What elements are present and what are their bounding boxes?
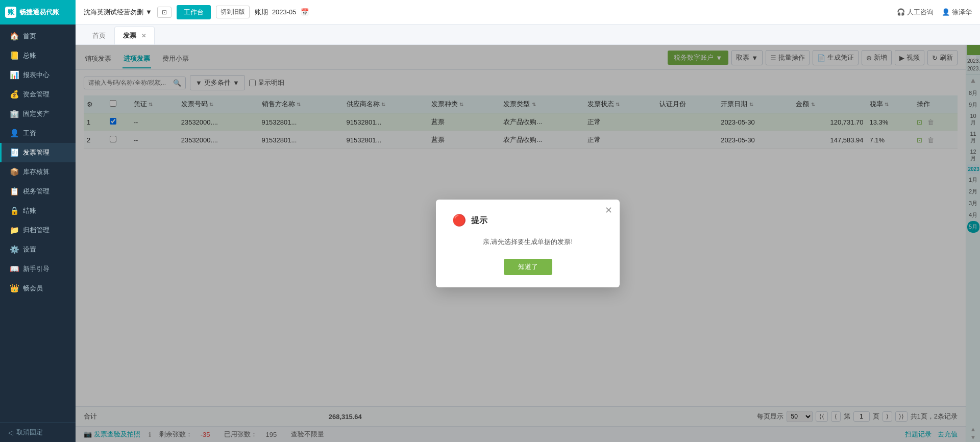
support-label: 人工咨询 — [907, 8, 934, 17]
invoice-icon: 🧾 — [10, 148, 19, 157]
period-value: 2023-05 — [272, 8, 297, 16]
topbar: 沈海英测试经营勿删 ▼ ⊡ 工作台 切到旧版 账期 2023-05 📅 🎧 人工… — [76, 0, 980, 24]
sidebar-item-label: 税务管理 — [23, 187, 50, 196]
ledger-icon: 📒 — [10, 51, 19, 60]
calendar-icon: 📅 — [301, 8, 309, 16]
workspace-btn[interactable]: 工作台 — [177, 5, 211, 19]
sidebar-item-inventory[interactable]: 📦 库存核算 — [0, 162, 76, 182]
tab-invoice[interactable]: 发票 ✕ — [114, 27, 155, 44]
sidebar-item-label: 资金管理 — [23, 90, 50, 99]
sidebar-item-invoice[interactable]: 🧾 发票管理 — [0, 143, 76, 162]
dialog-header: 🔴 提示 — [452, 214, 603, 227]
sidebar-item-label: 首页 — [23, 32, 36, 41]
dialog-ok-btn[interactable]: 知道了 — [504, 259, 552, 275]
sidebar-item-reports[interactable]: 📊 报表中心 — [0, 65, 76, 85]
tab-home-label: 首页 — [92, 32, 106, 39]
content-area: 销项发票 进项发票 费用小票 税务数字账户 ▼ 取票 ▼ — [76, 45, 980, 442]
reports-icon: 📊 — [10, 70, 19, 80]
sidebar-item-label: 畅会员 — [23, 284, 43, 293]
company-name: 沈海英测试经营勿删 — [84, 8, 143, 17]
sidebar-item-label: 设置 — [23, 245, 36, 254]
sidebar-item-label: 固定资产 — [23, 109, 50, 118]
member-icon: 👑 — [10, 284, 19, 293]
archive-icon: 📁 — [10, 226, 19, 235]
tabbar: 首页 发票 ✕ — [76, 24, 980, 45]
tax-icon: 📋 — [10, 187, 19, 196]
sidebar-item-label: 报表中心 — [23, 70, 50, 80]
app-logo: 账 畅捷通易代账 — [0, 0, 76, 24]
support-btn[interactable]: 🎧 人工咨询 — [897, 8, 934, 17]
cancel-fixed-btn[interactable]: ◁ 取消固定 — [0, 422, 76, 442]
sidebar-item-label: 归档管理 — [23, 226, 50, 235]
funds-icon: 💰 — [10, 90, 19, 99]
topbar-right: 🎧 人工咨询 👤 徐泽华 — [897, 8, 972, 17]
user-avatar-icon: 👤 — [942, 8, 950, 16]
settings-icon: ⚙️ — [10, 245, 19, 254]
period-label: 账期 — [255, 8, 268, 17]
dialog: ✕ 🔴 提示 亲,请先选择要生成单据的发票! 知道了 — [436, 200, 620, 287]
sidebar-nav: 🏠 首页 📒 总账 📊 报表中心 💰 资金管理 🏢 固定资产 👤 工资 🧾 发票… — [0, 24, 76, 422]
dialog-title: 提示 — [471, 215, 487, 226]
sidebar-item-member[interactable]: 👑 畅会员 — [0, 279, 76, 298]
sidebar-item-label: 总账 — [23, 51, 36, 60]
tab-home[interactable]: 首页 — [84, 27, 114, 44]
sidebar-item-closing[interactable]: 🔒 结账 — [0, 201, 76, 220]
dialog-body: 亲,请先选择要生成单据的发票! — [452, 237, 603, 247]
closing-icon: 🔒 — [10, 206, 19, 215]
logo-text: 畅捷通易代账 — [19, 8, 59, 17]
company-dropdown-icon: ▼ — [145, 8, 152, 16]
dialog-close-btn[interactable]: ✕ — [605, 206, 612, 215]
salary-icon: 👤 — [10, 129, 19, 138]
sidebar-item-label: 新手引导 — [23, 264, 50, 274]
home-icon: 🏠 — [10, 32, 19, 41]
sidebar-item-assets[interactable]: 🏢 固定资产 — [0, 104, 76, 124]
sidebar-item-label: 工资 — [23, 129, 36, 138]
user-menu[interactable]: 👤 徐泽华 — [942, 8, 972, 17]
period-display: 账期 2023-05 📅 — [255, 8, 309, 17]
logo-icon: 账 — [5, 7, 16, 18]
sidebar-item-label: 库存核算 — [23, 167, 50, 177]
inventory-icon: 📦 — [10, 167, 19, 177]
cancel-fixed-label: 取消固定 — [16, 428, 43, 437]
sidebar-item-salary[interactable]: 👤 工资 — [0, 124, 76, 143]
guide-icon: 📖 — [10, 264, 19, 274]
sidebar-item-tax[interactable]: 📋 税务管理 — [0, 182, 76, 201]
headset-icon: 🎧 — [897, 8, 905, 16]
pin-icon: ◁ — [8, 429, 13, 436]
copy-company-btn[interactable]: ⊡ — [157, 7, 172, 18]
sidebar-item-ledger[interactable]: 📒 总账 — [0, 46, 76, 65]
sidebar-item-home[interactable]: 🏠 首页 — [0, 27, 76, 46]
sidebar-item-guide[interactable]: 📖 新手引导 — [0, 259, 76, 279]
sidebar-item-label: 结账 — [23, 206, 36, 215]
company-selector[interactable]: 沈海英测试经营勿删 ▼ — [84, 8, 152, 17]
tab-close-icon[interactable]: ✕ — [141, 33, 146, 39]
user-name: 徐泽华 — [952, 8, 972, 17]
main-area: 沈海英测试经营勿删 ▼ ⊡ 工作台 切到旧版 账期 2023-05 📅 🎧 人工… — [76, 0, 980, 442]
assets-icon: 🏢 — [10, 109, 19, 118]
sidebar: 账 畅捷通易代账 🏠 首页 📒 总账 📊 报表中心 💰 资金管理 🏢 固定资产 … — [0, 0, 76, 442]
dialog-warning-icon: 🔴 — [452, 214, 466, 227]
sidebar-item-label: 发票管理 — [23, 148, 50, 157]
switch-old-btn[interactable]: 切到旧版 — [216, 6, 250, 18]
modal-overlay: ✕ 🔴 提示 亲,请先选择要生成单据的发票! 知道了 — [76, 45, 980, 442]
dialog-message: 亲,请先选择要生成单据的发票! — [483, 238, 573, 245]
dialog-footer: 知道了 — [452, 259, 603, 275]
sidebar-item-settings[interactable]: ⚙️ 设置 — [0, 240, 76, 259]
sidebar-item-funds[interactable]: 💰 资金管理 — [0, 85, 76, 104]
tab-invoice-label: 发票 — [123, 32, 136, 39]
sidebar-item-archive[interactable]: 📁 归档管理 — [0, 220, 76, 240]
